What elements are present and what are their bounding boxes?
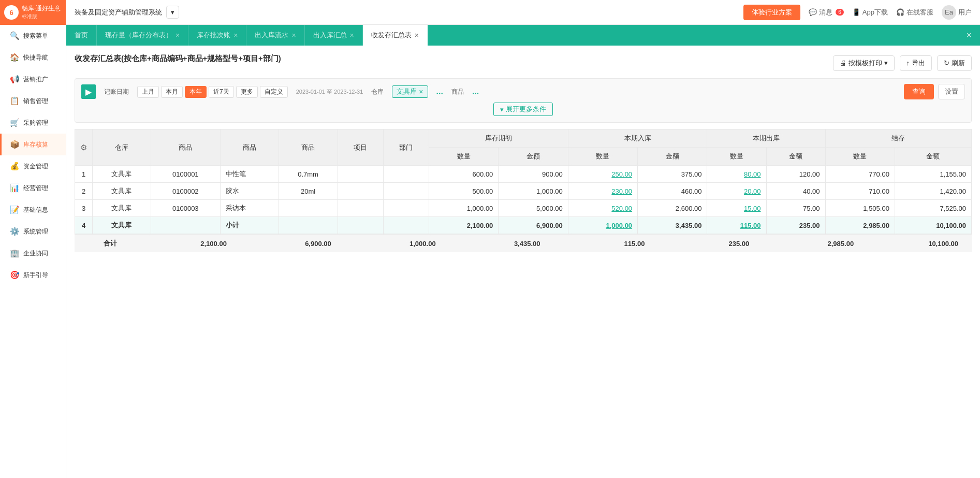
user-action[interactable]: Ea 用户 bbox=[942, 5, 972, 20]
tab-home[interactable]: 首页 bbox=[66, 25, 97, 46]
row-spec: 0.7mm bbox=[279, 166, 338, 183]
sidebar-item-search[interactable]: 🔍 搜索菜单 bbox=[0, 25, 66, 47]
gear-icon: ⚙️ bbox=[10, 227, 19, 236]
row-code: 0100001 bbox=[151, 166, 220, 183]
query-btn[interactable]: 查询 bbox=[904, 84, 934, 99]
headset-icon: 🎧 bbox=[896, 8, 904, 16]
tab-stock-dist[interactable]: 现存量（库存分布表） × bbox=[97, 25, 188, 46]
date-btn-this-month[interactable]: 本月 bbox=[161, 86, 183, 98]
sidebar-item-finance[interactable]: 💰 资金管理 bbox=[0, 155, 66, 177]
tab-close-recv-send[interactable]: × bbox=[415, 31, 419, 39]
warehouse-more-btn[interactable]: ... bbox=[436, 87, 443, 96]
tab-recv-send[interactable]: 收发存汇总表 × bbox=[363, 25, 428, 46]
goods-more-btn[interactable]: ... bbox=[472, 87, 479, 96]
table-row: 4 文具库 小计 2,100.00 6,900.00 1,000.00 3,43… bbox=[75, 217, 972, 234]
tab-batch-ledger[interactable]: 库存批次账 × bbox=[188, 25, 246, 46]
sidebar-item-enterprise[interactable]: 🏢 企业协同 bbox=[0, 242, 66, 264]
tab-close-flow[interactable]: × bbox=[291, 31, 296, 39]
sidebar-item-inventory[interactable]: 📦 库存核算 bbox=[0, 134, 66, 155]
sidebar-header: 6 畅库·通好生意 标准版 bbox=[0, 0, 66, 25]
tab-close-stock-dist[interactable]: × bbox=[175, 31, 180, 39]
tabbar-close-all[interactable]: × bbox=[958, 30, 980, 41]
megaphone-icon: 📢 bbox=[10, 75, 19, 84]
app-title: 畅库·通好生意 bbox=[22, 5, 61, 13]
row-out-amt: 235.00 bbox=[766, 217, 825, 234]
row-bal-amt: 7,525.00 bbox=[895, 200, 971, 217]
date-btn-custom[interactable]: 自定义 bbox=[260, 86, 288, 98]
row-in-qty[interactable]: 230.00 bbox=[568, 183, 637, 200]
date-btn-more[interactable]: 更多 bbox=[236, 86, 258, 98]
row-bal-qty: 710.00 bbox=[825, 183, 895, 200]
app-download-action[interactable]: 📱 App下载 bbox=[852, 8, 888, 17]
table-row: 2 文具库 0100002 胶水 20ml 500.00 1,000.00 23… bbox=[75, 183, 972, 200]
tab-flow[interactable]: 出入库流水 × bbox=[246, 25, 304, 46]
chevron-down-icon: ▾ bbox=[500, 106, 504, 113]
row-out-qty[interactable]: 15.00 bbox=[707, 200, 766, 217]
row-warehouse: 文具库 bbox=[93, 217, 151, 234]
warehouse-label: 仓库 bbox=[371, 88, 384, 96]
refresh-icon: ↻ bbox=[944, 59, 949, 67]
th-opening-qty: 数量 bbox=[429, 148, 498, 166]
date-btn-this-year[interactable]: 本年 bbox=[185, 86, 207, 98]
table-container: ⚙ 仓库 商品 商品 商品 项目 部门 库存期初 本期入库 本期出库 结存 bbox=[75, 129, 972, 234]
row-in-qty[interactable]: 1,000.00 bbox=[568, 217, 637, 234]
messages-action[interactable]: 💬 消息 6 bbox=[809, 8, 844, 17]
date-btn-last-7[interactable]: 近7天 bbox=[209, 86, 234, 98]
home-icon: 🏠 bbox=[10, 53, 19, 62]
sidebar-item-purchase[interactable]: 🛒 采购管理 bbox=[0, 112, 66, 134]
online-service-action[interactable]: 🎧 在线客服 bbox=[896, 8, 933, 17]
row-open-amt: 5,000.00 bbox=[499, 200, 568, 217]
filter-expand-row: ▾ 展开更多条件 bbox=[81, 99, 965, 117]
total-in-amt: 3,435.00 bbox=[441, 240, 546, 248]
row-spec bbox=[279, 217, 338, 234]
row-num: 1 bbox=[75, 166, 93, 183]
row-out-qty[interactable]: 20.00 bbox=[707, 183, 766, 200]
row-project bbox=[338, 217, 383, 234]
row-bal-amt: 1,420.00 bbox=[895, 183, 971, 200]
sidebar-item-guide[interactable]: 🎯 新手引导 bbox=[0, 264, 66, 286]
warehouse-tag: 文具库 × bbox=[392, 85, 428, 98]
refresh-btn[interactable]: ↻ 刷新 bbox=[937, 55, 972, 71]
building-icon: 🏢 bbox=[10, 249, 19, 258]
th-opening: 库存期初 bbox=[429, 129, 568, 148]
tab-close-summary[interactable]: × bbox=[350, 31, 354, 39]
logo: 6 bbox=[4, 5, 19, 20]
row-in-qty[interactable]: 520.00 bbox=[568, 200, 637, 217]
print-btn[interactable]: 🖨 按模板打印 ▾ bbox=[833, 55, 895, 71]
settings-gear-icon[interactable]: ⚙ bbox=[80, 143, 87, 152]
sidebar-item-system[interactable]: ⚙️ 系统管理 bbox=[0, 221, 66, 242]
main-area: 装备及固定资产辅助管理系统 ▾ 体验行业方案 💬 消息 6 📱 App下载 🎧 … bbox=[66, 0, 980, 478]
sidebar-item-sales[interactable]: 📋 销售管理 bbox=[0, 90, 66, 112]
sidebar-item-basic-info[interactable]: 📝 基础信息 bbox=[0, 199, 66, 221]
tab-close-batch-ledger[interactable]: × bbox=[233, 31, 238, 39]
cart-icon: 🛒 bbox=[10, 118, 19, 127]
sidebar: 6 畅库·通好生意 标准版 🔍 搜索菜单 🏠 快捷导航 📢 营销推广 📋 销售管… bbox=[0, 0, 66, 478]
row-out-qty[interactable]: 115.00 bbox=[707, 217, 766, 234]
experience-btn[interactable]: 体验行业方案 bbox=[743, 5, 800, 20]
sidebar-item-marketing[interactable]: 📢 营销推广 bbox=[0, 68, 66, 90]
sidebar-item-quick-nav[interactable]: 🏠 快捷导航 bbox=[0, 47, 66, 68]
th-opening-amt: 金额 bbox=[499, 148, 568, 166]
export-btn[interactable]: ↑ 导出 bbox=[900, 55, 932, 71]
system-dropdown[interactable]: ▾ bbox=[166, 6, 179, 19]
page-title: 收发存汇总表(按仓库+商品编码+商品+规格型号+项目+部门) bbox=[75, 54, 281, 64]
content-area: 收发存汇总表(按仓库+商品编码+商品+规格型号+项目+部门) 🖨 按模板打印 ▾… bbox=[66, 46, 980, 478]
row-warehouse: 文具库 bbox=[93, 200, 151, 217]
th-settings[interactable]: ⚙ bbox=[75, 129, 93, 166]
total-out-amt: 235.00 bbox=[650, 240, 754, 248]
expand-more-btn[interactable]: ▾ 展开更多条件 bbox=[493, 103, 553, 116]
warehouse-tag-close[interactable]: × bbox=[419, 88, 423, 96]
row-open-amt: 900.00 bbox=[499, 166, 568, 183]
tab-summary[interactable]: 出入库汇总 × bbox=[305, 25, 363, 46]
row-num: 2 bbox=[75, 183, 93, 200]
total-open-qty: 2,100.00 bbox=[127, 240, 232, 248]
filter-arrow-btn[interactable]: ▶ bbox=[81, 84, 96, 99]
row-spec: 20ml bbox=[279, 183, 338, 200]
sidebar-item-business[interactable]: 📊 经营管理 bbox=[0, 177, 66, 199]
settings-btn[interactable]: 设置 bbox=[938, 84, 965, 99]
topbar: 装备及固定资产辅助管理系统 ▾ 体验行业方案 💬 消息 6 📱 App下载 🎧 … bbox=[66, 0, 980, 25]
row-out-qty[interactable]: 80.00 bbox=[707, 166, 766, 183]
date-btn-last-month[interactable]: 上月 bbox=[137, 86, 159, 98]
row-in-qty[interactable]: 250.00 bbox=[568, 166, 637, 183]
row-bal-qty: 770.00 bbox=[825, 166, 895, 183]
